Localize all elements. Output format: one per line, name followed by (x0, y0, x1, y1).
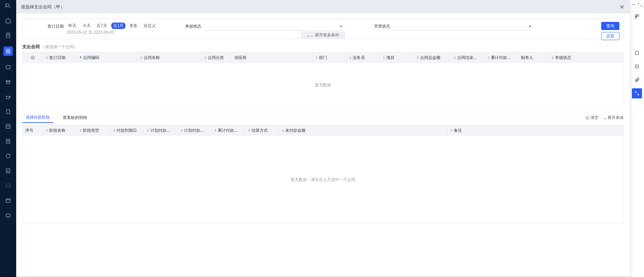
svg-rect-27 (635, 15, 637, 17)
date-custom[interactable]: 自定义 (142, 23, 158, 29)
right-toolbar (629, 0, 644, 277)
coffee-icon[interactable] (4, 93, 12, 100)
search-icon[interactable] (4, 2, 12, 9)
filter-panel: 签订日期 昨天 今天 近7天 近1月 更多 自定义 2023-05-02 至 2… (22, 18, 624, 39)
date-yesterday[interactable]: 昨天 (66, 23, 79, 29)
sign-date-label: 签订日期 (39, 23, 64, 29)
note-icon[interactable] (632, 48, 642, 58)
modal-title: 请选择支出合同（甲） (21, 4, 618, 10)
date-range-text: 2023-05-02 至 2023-06-02 (66, 30, 158, 35)
select-contract-modal: 请选择支出合同（甲） ✕ 签订日期 昨天 今天 近7天 近1月 更多 自定义 (16, 1, 630, 276)
settings-button[interactable]: 设置 (601, 32, 619, 40)
col-contract-category[interactable]: ▲▼合同分类 (201, 52, 232, 63)
col-doc-status[interactable]: ▲▼单据状态 (549, 52, 623, 63)
expand-more-conditions[interactable]: ⌄⌄ 展开更多条件 (301, 31, 345, 39)
col-plan-pay1[interactable]: ▲▼计划付款... (144, 125, 178, 136)
close-icon[interactable]: ✕ (618, 3, 625, 11)
scan-icon[interactable] (632, 61, 642, 71)
col-contract-name[interactable]: ▲▼合同名称 (137, 52, 201, 63)
doc-status-label: 单据状态 (171, 23, 201, 29)
fullscreen-icon[interactable] (637, 2, 643, 7)
svg-rect-6 (6, 49, 10, 53)
doc-icon[interactable] (4, 32, 12, 39)
building-icon[interactable] (4, 108, 12, 115)
list-icon[interactable] (4, 137, 12, 145)
tv-icon[interactable] (4, 212, 12, 219)
date-today[interactable]: 今天 (81, 23, 93, 29)
doc-status-select[interactable]: ▾ (204, 23, 342, 31)
attach-icon[interactable] (632, 75, 642, 85)
stages-table-header: 序号 ▲▼阶段名称 ▲▼阶段类型 ▲▼付款到期日 ▲▼计划付款... ▲▼计划付… (23, 125, 623, 136)
col-end-date[interactable]: ▲▼合同结束... (451, 52, 485, 63)
chevron-down-icon: ▾ (529, 24, 531, 29)
col-settle-mode[interactable]: ▲▼结算方式 (245, 125, 279, 136)
col-remark[interactable]: ▲▼备注 (447, 125, 623, 136)
contracts-table-empty: 暂无数据 (23, 63, 623, 107)
col-unpaid-amount[interactable]: ▲▼未付款金额 (279, 125, 447, 136)
col-due-date[interactable]: ▲▼付款到期日 (110, 125, 144, 136)
invoice-status-select[interactable]: ▾ (393, 23, 531, 31)
cycle-icon[interactable] (4, 182, 12, 189)
chevron-down-icon: ▾ (340, 24, 342, 29)
contract-icon[interactable] (3, 47, 13, 56)
svg-rect-22 (6, 199, 10, 203)
left-sidebar (0, 0, 16, 277)
chevron-down-icon: ⌄ (603, 116, 607, 120)
svg-rect-9 (7, 82, 10, 84)
date-more[interactable]: 更多 (127, 23, 140, 29)
refresh-icon[interactable] (4, 152, 12, 160)
folder-icon[interactable] (4, 63, 12, 71)
gear-icon (30, 55, 35, 60)
detail-tabs: 选择付款阶段 查看标的明细 清空 ⌄ 展开表体 (22, 113, 624, 123)
date-last1m[interactable]: 近1月 (111, 23, 126, 29)
col-cum-pay[interactable]: ▲▼累计付款... (211, 125, 245, 136)
stages-table-empty: 暂无数据，请先在上方选中一个合同 (23, 136, 623, 223)
expand-panel-icon[interactable] (632, 88, 642, 98)
col-total-amount[interactable]: ▲▼合同总金额 (414, 52, 451, 63)
section-contracts-title: 支出合同 （请选择一个合同） (22, 44, 624, 50)
col-project[interactable]: ▲▼项目 (380, 52, 414, 63)
svg-point-21 (6, 184, 10, 188)
modal-header: 请选择支出合同（甲） ✕ (16, 1, 630, 13)
col-contract-code[interactable]: ▲▼合同编码 (77, 52, 137, 63)
col-plan-pay2[interactable]: ▲▼计划付款... (178, 125, 211, 136)
col-stage-type[interactable]: ▲▼阶段类型 (77, 125, 110, 136)
layout-icon[interactable] (632, 11, 642, 22)
col-supplier[interactable]: 供应商 (232, 52, 313, 63)
chart-icon[interactable] (4, 123, 12, 130)
query-button[interactable]: 查询 (601, 22, 619, 30)
store-icon[interactable] (4, 78, 12, 86)
col-department[interactable]: ▲▼部门 (313, 52, 346, 63)
svg-point-0 (6, 4, 9, 7)
svg-point-7 (7, 51, 9, 52)
minimize-icon[interactable] (631, 2, 637, 7)
double-chevron-down-icon: ⌄⌄ (307, 33, 314, 38)
expand-body-button[interactable]: ⌄ 展开表体 (603, 115, 624, 121)
date-quick-picker: 昨天 今天 近7天 近1月 更多 自定义 (66, 23, 158, 29)
col-cum-payment[interactable]: ▲▼累计付款... (485, 52, 518, 63)
col-seq[interactable]: 序号 (23, 125, 43, 136)
col-sign-date[interactable]: ▲▼签订日期 (43, 52, 77, 63)
clear-button[interactable]: 清空 (585, 115, 598, 121)
stages-table: 序号 ▲▼阶段名称 ▲▼阶段类型 ▲▼付款到期日 ▲▼计划付款... ▲▼计划付… (22, 125, 624, 224)
svg-point-35 (32, 57, 33, 58)
svg-rect-24 (6, 214, 10, 217)
home-icon[interactable] (4, 17, 12, 24)
svg-rect-29 (635, 17, 637, 19)
tab-view-detail[interactable]: 查看标的明细 (59, 113, 90, 123)
date-last7[interactable]: 近7天 (95, 23, 109, 29)
svg-rect-8 (6, 66, 10, 69)
col-creator[interactable]: 制单人 (518, 52, 549, 63)
svg-line-37 (587, 117, 588, 119)
svg-line-1 (9, 6, 10, 8)
col-salesperson[interactable]: ▲▼业务员 (346, 52, 380, 63)
report-icon[interactable] (4, 167, 12, 175)
tab-select-stage[interactable]: 选择付款阶段 (22, 113, 53, 123)
gear-column[interactable] (23, 52, 43, 63)
contracts-table: ▲▼签订日期 ▲▼合同编码 ▲▼合同名称 ▲▼合同分类 供应商 ▲▼部门 ▲▼业… (22, 52, 624, 107)
clear-icon (585, 116, 589, 120)
col-stage-name[interactable]: ▲▼阶段名称 (43, 125, 77, 136)
svg-rect-10 (7, 110, 10, 114)
calendar-icon[interactable] (4, 197, 12, 204)
svg-rect-30 (635, 51, 638, 55)
